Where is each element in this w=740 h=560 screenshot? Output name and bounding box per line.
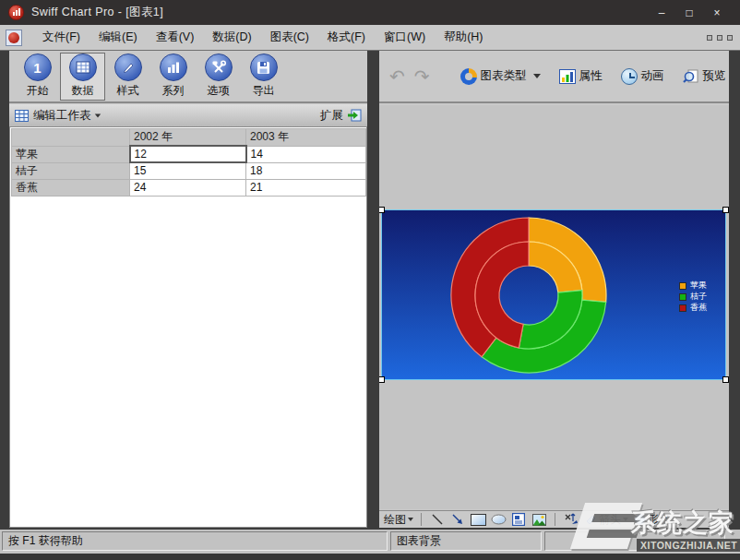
worksheet-dropdown-icon[interactable] xyxy=(94,113,100,117)
legend-swatch-apple xyxy=(679,282,686,290)
image-tool[interactable] xyxy=(529,512,549,528)
ellipse-icon xyxy=(491,514,507,525)
cell-orange-2002[interactable]: 15 xyxy=(130,162,246,179)
expand-icon xyxy=(347,109,362,122)
number-1-icon: 1 xyxy=(24,54,52,81)
drawing-toolbar: 绘图 箭头 形状 xyxy=(379,510,729,528)
chart-canvas[interactable]: 苹果 桔子 香蕉 xyxy=(379,105,729,509)
shape-tool[interactable]: 形状 xyxy=(634,512,670,528)
resize-handle-bottom-right[interactable] xyxy=(722,376,729,383)
menu-item-data[interactable]: 数据(D) xyxy=(203,26,260,49)
donut-chart[interactable] xyxy=(450,217,607,374)
legend-item: 香蕉 xyxy=(679,304,707,312)
spreadsheet-icon xyxy=(69,54,97,81)
export-button[interactable]: 导出 xyxy=(241,53,286,101)
window-bottom-edge xyxy=(0,554,740,560)
image-icon xyxy=(532,514,546,526)
menu-item-window[interactable]: 窗口(W) xyxy=(375,26,435,49)
style-button[interactable]: 样式 xyxy=(105,53,150,101)
main-toolbar: 1 开始 数据 样式 系列 选项 xyxy=(9,51,367,103)
chart-type-button[interactable]: 图表类型 xyxy=(460,68,541,85)
redo-button[interactable]: ↷ xyxy=(410,67,435,86)
cell-apple-2002[interactable]: 12 xyxy=(130,146,246,162)
panel-splitter[interactable] xyxy=(367,51,379,528)
arrow-style-icon xyxy=(585,514,597,525)
expand-button[interactable]: 扩展 xyxy=(320,108,362,124)
menu-item-file[interactable]: 文件(F) xyxy=(33,26,90,49)
status-selected-object: 图表背景 xyxy=(390,531,542,551)
status-help-text: 按 F1 获得帮助 xyxy=(2,531,388,551)
resize-handle-bottom-left[interactable] xyxy=(379,376,385,383)
shape-icon xyxy=(634,514,646,525)
chart-object[interactable]: 苹果 桔子 香蕉 xyxy=(381,209,726,380)
window-title: Swiff Chart Pro - [图表1] xyxy=(31,5,163,20)
menu-item-chart[interactable]: 图表(C) xyxy=(261,26,318,49)
resize-handle-top-left[interactable] xyxy=(379,207,385,213)
series-button[interactable]: 系列 xyxy=(150,53,196,101)
chart-panel: ↶ ↷ 图表类型 属性 动画 预览 苹 xyxy=(379,51,729,528)
title-bar: Swiff Chart Pro - [图表1] – □ × xyxy=(0,0,740,25)
start-button[interactable]: 1 开始 xyxy=(15,53,60,101)
chart-legend: 苹果 桔子 香蕉 xyxy=(679,281,707,312)
preview-button[interactable]: 预览 xyxy=(683,68,726,85)
rectangle-icon xyxy=(471,514,486,526)
chart-toolbar: ↶ ↷ 图表类型 属性 动画 预览 xyxy=(379,51,729,103)
close-button[interactable]: × xyxy=(703,4,731,22)
rectangle-tool[interactable] xyxy=(468,512,488,528)
corner-header-cell[interactable] xyxy=(12,129,130,147)
worksheet-body: 2002 年 2003 年 苹果 12 14 桔子 15 18 香蕉 24 21 xyxy=(9,127,367,528)
line-icon xyxy=(431,513,444,526)
table-row: 苹果 12 14 xyxy=(12,146,366,162)
menu-item-help[interactable]: 帮助(H) xyxy=(435,26,492,49)
column-header-2002[interactable]: 2002 年 xyxy=(130,129,246,147)
maximize-button[interactable]: □ xyxy=(675,4,703,22)
data-button[interactable]: 数据 xyxy=(60,53,105,101)
textbox-icon xyxy=(512,513,525,526)
menu-item-format[interactable]: 格式(F) xyxy=(318,26,375,49)
arrow-tool[interactable] xyxy=(448,512,468,528)
worksheet-title: 编辑工作表 xyxy=(33,108,91,124)
chevron-down-icon xyxy=(533,74,541,78)
options-button[interactable]: 选项 xyxy=(196,53,241,101)
cell-orange-2003[interactable]: 18 xyxy=(246,162,366,179)
donut-chart-icon xyxy=(460,68,477,85)
magnifier-icon xyxy=(683,68,699,85)
data-table: 2002 年 2003 年 苹果 12 14 桔子 15 18 香蕉 24 21 xyxy=(11,128,366,197)
row-label[interactable]: 桔子 xyxy=(12,162,130,179)
app-icon xyxy=(8,5,24,20)
save-icon xyxy=(250,54,278,81)
line-tool[interactable] xyxy=(427,512,448,528)
cell-banana-2002[interactable]: 24 xyxy=(130,179,246,196)
menu-bar: 文件(F) 编辑(E) 查看(V) 数据(D) 图表(C) 格式(F) 窗口(W… xyxy=(0,25,740,51)
menu-item-view[interactable]: 查看(V) xyxy=(147,26,204,49)
status-bar: 按 F1 获得帮助 图表背景 xyxy=(0,530,740,554)
menu-item-edit[interactable]: 编辑(E) xyxy=(90,26,147,49)
animation-button[interactable]: 动画 xyxy=(621,68,664,85)
cell-banana-2003[interactable]: 21 xyxy=(246,179,366,196)
transform-tool[interactable] xyxy=(561,512,581,528)
legend-swatch-orange xyxy=(679,293,686,301)
worksheet-header: 编辑工作表 扩展 xyxy=(9,104,367,127)
worksheet-grid-icon xyxy=(15,110,29,122)
ellipse-tool[interactable] xyxy=(488,512,508,528)
pencil-icon xyxy=(114,54,142,81)
draw-menu-button[interactable]: 绘图 xyxy=(384,512,413,528)
textbox-tool[interactable] xyxy=(508,512,529,528)
undo-button[interactable]: ↶ xyxy=(385,67,410,86)
worksheet-panel: 1 开始 数据 样式 系列 选项 xyxy=(9,51,367,528)
legend-swatch-banana xyxy=(679,304,686,312)
legend-item: 桔子 xyxy=(679,292,707,301)
arrow-icon xyxy=(451,513,464,526)
arrow-style-tool[interactable]: 箭头 xyxy=(585,512,628,528)
properties-button[interactable]: 属性 xyxy=(559,68,603,84)
table-header-row: 2002 年 2003 年 xyxy=(12,129,366,147)
column-header-2003[interactable]: 2003 年 xyxy=(246,129,366,147)
cell-apple-2003[interactable]: 14 xyxy=(246,146,366,162)
row-label[interactable]: 香蕉 xyxy=(12,179,130,196)
minimize-button[interactable]: – xyxy=(648,4,675,22)
chevron-down-icon xyxy=(623,518,628,521)
resize-grip[interactable] xyxy=(726,539,738,551)
mdi-window-controls[interactable] xyxy=(707,35,733,41)
resize-handle-top-right[interactable] xyxy=(722,207,729,213)
row-label[interactable]: 苹果 xyxy=(12,146,130,162)
